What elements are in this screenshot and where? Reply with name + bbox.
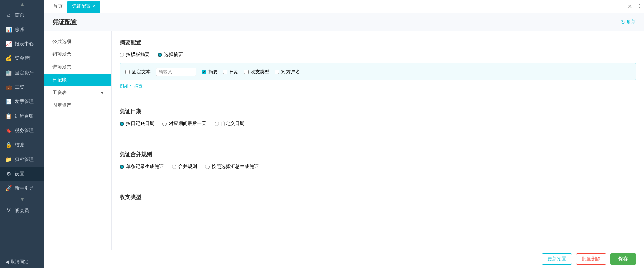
tab-voucher-config[interactable]: 凭证配置 × — [67, 1, 100, 13]
page-title: 凭证配置 — [52, 18, 77, 26]
radio-journal-date[interactable]: 按日记账日期 — [120, 121, 154, 127]
radio-custom-date[interactable]: 自定义日期 — [215, 121, 244, 127]
sidebar-scroll-up[interactable]: ▲ — [0, 0, 44, 8]
date-section-title: 凭证日期 — [120, 108, 636, 115]
unpin-button[interactable]: ◀ 取消固定 — [0, 255, 44, 268]
tab-close-button[interactable]: × — [93, 4, 95, 9]
sidebar-item-tax[interactable]: 🔖 税务管理 — [0, 123, 44, 138]
content-layout: 公共选项 销项发票 进项发票 日记账 工资表 ▾ 固定资产 摘要配置 — [44, 31, 644, 250]
sidebar-item-guide[interactable]: 🚀 新手引导 — [0, 181, 44, 195]
nav-item-public[interactable]: 公共选项 — [44, 35, 111, 48]
radio-custom-date-input[interactable] — [215, 122, 219, 126]
radio-template-summary-input[interactable] — [120, 53, 124, 57]
sidebar-item-sales-ledger[interactable]: 📋 进销台账 — [0, 109, 44, 123]
summary-section-title: 摘要配置 — [120, 39, 636, 46]
close-account-icon: 🔒 — [5, 142, 12, 148]
date-radio-group: 按日记账日期 对应期间最后一天 自定义日期 — [120, 121, 636, 127]
maximize-icon[interactable]: ⛶ — [635, 3, 640, 10]
archive-icon: 📁 — [5, 156, 12, 163]
settings-icon: ⚙ — [5, 171, 12, 177]
assets-icon: 🏢 — [5, 70, 12, 76]
nav-item-fixed-assets[interactable]: 固定资产 — [44, 99, 111, 112]
nav-item-payroll[interactable]: 工资表 ▾ — [44, 86, 111, 99]
page-header: 凭证配置 ↻ 刷新 — [44, 13, 644, 31]
guide-icon: 🚀 — [5, 185, 12, 191]
checkbox-summary-input[interactable] — [202, 70, 206, 74]
date-section: 凭证日期 按日记账日期 对应期间最后一天 自定义日期 — [120, 108, 636, 140]
income-section: 收支类型 — [120, 194, 636, 215]
pin-icon: ◀ — [5, 259, 9, 264]
refresh-button[interactable]: ↻ 刷新 — [621, 19, 636, 25]
nav-item-purchase-invoice[interactable]: 进项发票 — [44, 61, 111, 74]
sidebar-item-home[interactable]: ⌂ 首页 — [0, 8, 44, 22]
radio-select-summary[interactable]: 选择摘要 — [158, 52, 183, 58]
summary-section: 摘要配置 按模板摘要 选择摘要 固定文本 — [120, 39, 636, 97]
invoice-mgmt-icon: 🧾 — [5, 98, 12, 105]
example-text: 例如： 摘要 — [120, 83, 636, 89]
sidebar-item-archive[interactable]: 📁 归档管理 — [0, 152, 44, 167]
sidebar-item-report[interactable]: 📈 报表中心 — [0, 37, 44, 51]
tab-home[interactable]: 首页 — [48, 1, 67, 13]
checkbox-fixed-text-input[interactable] — [125, 70, 130, 74]
radio-last-day-input[interactable] — [162, 122, 167, 126]
funds-icon: 💰 — [5, 55, 12, 61]
radio-merge-rules-input[interactable] — [172, 165, 176, 169]
radio-single-record-input[interactable] — [120, 165, 124, 169]
salary-icon: 💼 — [5, 84, 12, 90]
checkbox-income-type[interactable]: 收支类型 — [244, 69, 269, 75]
chevron-down-icon: ▾ — [101, 90, 103, 95]
summary-checkbox-row: 固定文本 摘要 日期 收支类型 — [120, 63, 636, 80]
summary-radio-group: 按模板摘要 选择摘要 — [120, 52, 636, 58]
sidebar-item-ledger[interactable]: 📊 总账 — [0, 22, 44, 37]
tax-icon: 🔖 — [5, 127, 12, 134]
sidebar-item-assets[interactable]: 🏢 固定资产 — [0, 65, 44, 80]
checkbox-date[interactable]: 日期 — [223, 69, 239, 75]
sidebar-scroll-down[interactable]: ▼ — [0, 195, 44, 204]
income-section-title: 收支类型 — [120, 194, 636, 201]
sidebar-item-settings[interactable]: ⚙ 设置 — [0, 167, 44, 181]
tab-actions: ✕ ⛶ — [628, 3, 640, 10]
radio-select-merge-input[interactable] — [205, 165, 210, 169]
tab-bar: 首页 凭证配置 × ✕ ⛶ — [44, 0, 644, 13]
sales-ledger-icon: 📋 — [5, 113, 12, 119]
nav-item-journal[interactable]: 日记账 — [44, 74, 111, 86]
checkbox-summary[interactable]: 摘要 — [202, 69, 218, 75]
radio-single-record[interactable]: 单条记录生成凭证 — [120, 164, 164, 170]
checkbox-date-input[interactable] — [223, 70, 227, 74]
report-icon: 📈 — [5, 41, 12, 47]
merge-section-title: 凭证合并规则 — [120, 151, 636, 158]
bottom-bar: 更新预置 批量删除 保存 — [44, 250, 644, 268]
radio-journal-date-input[interactable] — [120, 122, 124, 126]
update-preview-button[interactable]: 更新预置 — [542, 253, 572, 265]
checkbox-income-type-input[interactable] — [244, 70, 249, 74]
radio-last-day[interactable]: 对应期间最后一天 — [162, 121, 206, 127]
main-area: 首页 凭证配置 × ✕ ⛶ 凭证配置 ↻ 刷新 公共选项 销项发票 进项 — [44, 0, 644, 268]
merge-section: 凭证合并规则 单条记录生成凭证 合并规则 按照选择汇总生成凭证 — [120, 151, 636, 183]
member-icon: V — [5, 208, 12, 214]
fixed-text-input[interactable] — [156, 68, 196, 76]
sidebar-item-salary[interactable]: 💼 工资 — [0, 80, 44, 94]
refresh-icon: ↻ — [621, 19, 625, 25]
radio-template-summary[interactable]: 按模板摘要 — [120, 52, 150, 58]
ledger-icon: 📊 — [5, 26, 12, 33]
checkbox-counterparty[interactable]: 对方户名 — [275, 69, 300, 75]
right-content: 摘要配置 按模板摘要 选择摘要 固定文本 — [112, 31, 644, 250]
minimize-icon[interactable]: ✕ — [628, 3, 632, 10]
sidebar-item-funds[interactable]: 💰 资金管理 — [0, 51, 44, 65]
merge-radio-group: 单条记录生成凭证 合并规则 按照选择汇总生成凭证 — [120, 164, 636, 170]
sidebar: ▲ ⌂ 首页 📊 总账 📈 报表中心 💰 资金管理 🏢 固定资产 💼 工资 🧾 … — [0, 0, 44, 268]
nav-item-sales-invoice[interactable]: 销项发票 — [44, 48, 111, 61]
sidebar-item-member[interactable]: V 畅会员 — [0, 204, 44, 218]
left-nav: 公共选项 销项发票 进项发票 日记账 工资表 ▾ 固定资产 — [44, 31, 112, 250]
batch-delete-button[interactable]: 批量删除 — [576, 253, 606, 265]
radio-select-merge[interactable]: 按照选择汇总生成凭证 — [205, 164, 259, 170]
sidebar-item-close[interactable]: 🔒 结账 — [0, 138, 44, 152]
radio-merge-rules[interactable]: 合并规则 — [172, 164, 197, 170]
sidebar-item-invoice-mgmt[interactable]: 🧾 发票管理 — [0, 94, 44, 109]
checkbox-fixed-text[interactable]: 固定文本 — [125, 69, 151, 75]
radio-select-summary-input[interactable] — [158, 53, 162, 57]
save-button[interactable]: 保存 — [610, 253, 636, 265]
home-icon: ⌂ — [5, 12, 12, 18]
checkbox-counterparty-input[interactable] — [275, 70, 279, 74]
